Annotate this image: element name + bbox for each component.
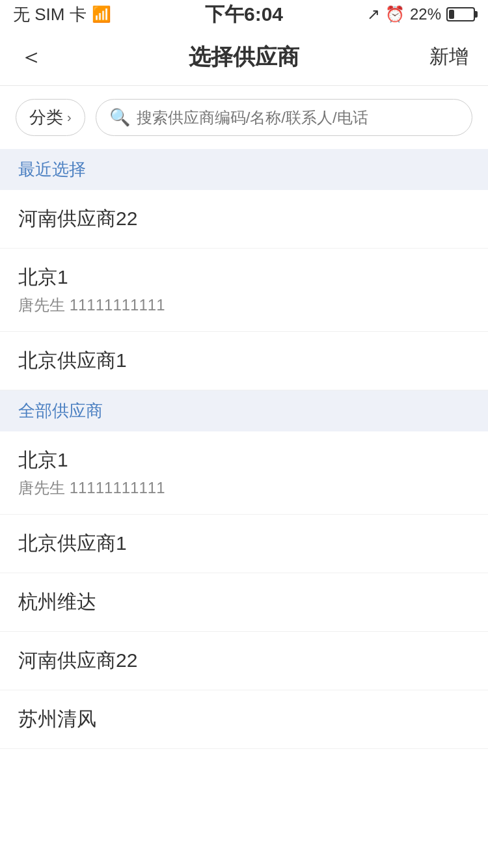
add-button[interactable]: 新增 — [416, 44, 468, 70]
all-section-header: 全部供应商 — [0, 390, 488, 431]
item-name: 北京供应商1 — [18, 530, 470, 557]
status-left: 无 SIM 卡 📶 — [13, 3, 111, 26]
list-item[interactable]: 北京供应商1 — [0, 332, 488, 390]
item-name: 北京1 — [18, 264, 470, 291]
recent-list: 河南供应商22北京1唐先生 11111111111北京供应商1 — [0, 190, 488, 390]
nav-bar: ＜ 选择供应商 新增 — [0, 29, 488, 86]
chevron-right-icon: › — [67, 110, 72, 125]
search-icon: 🔍 — [109, 107, 130, 128]
list-item[interactable]: 北京1唐先生 11111111111 — [0, 431, 488, 515]
item-name: 北京1 — [18, 447, 470, 474]
item-name: 杭州维达 — [18, 589, 470, 616]
category-label: 分类 — [29, 106, 63, 129]
item-name: 北京供应商1 — [18, 347, 470, 374]
filter-bar: 分类 › 🔍 — [0, 86, 488, 149]
search-input[interactable] — [137, 109, 459, 127]
status-time: 下午6:04 — [205, 1, 283, 28]
category-button[interactable]: 分类 › — [16, 99, 85, 136]
item-name: 河南供应商22 — [18, 206, 470, 232]
battery-fill — [449, 10, 454, 19]
wifi-icon: 📶 — [92, 5, 111, 23]
item-name: 河南供应商22 — [18, 647, 470, 674]
item-sub: 唐先生 11111111111 — [18, 478, 470, 498]
carrier-text: 无 SIM 卡 — [13, 3, 87, 26]
list-item[interactable]: 杭州维达 — [0, 573, 488, 632]
all-list: 北京1唐先生 11111111111北京供应商1杭州维达河南供应商22苏州清风 — [0, 431, 488, 749]
alarm-icon: ⏰ — [385, 5, 405, 23]
recent-section-label: 最近选择 — [18, 159, 86, 179]
status-bar: 无 SIM 卡 📶 下午6:04 ↗ ⏰ 22% — [0, 0, 488, 29]
page-title: 选择供应商 — [72, 42, 416, 72]
recent-section-header: 最近选择 — [0, 149, 488, 190]
battery-percent: 22% — [410, 5, 441, 23]
location-icon: ↗ — [367, 5, 380, 23]
list-item[interactable]: 河南供应商22 — [0, 190, 488, 249]
list-item[interactable]: 北京供应商1 — [0, 515, 488, 573]
search-box: 🔍 — [96, 99, 472, 136]
all-section-label: 全部供应商 — [18, 401, 103, 420]
back-button[interactable]: ＜ — [20, 41, 72, 73]
list-item[interactable]: 北京1唐先生 11111111111 — [0, 249, 488, 332]
list-item[interactable]: 苏州清风 — [0, 690, 488, 749]
item-name: 苏州清风 — [18, 706, 470, 733]
item-sub: 唐先生 11111111111 — [18, 295, 470, 316]
battery-bar — [446, 7, 475, 21]
list-item[interactable]: 河南供应商22 — [0, 632, 488, 690]
status-right: ↗ ⏰ 22% — [367, 5, 475, 23]
